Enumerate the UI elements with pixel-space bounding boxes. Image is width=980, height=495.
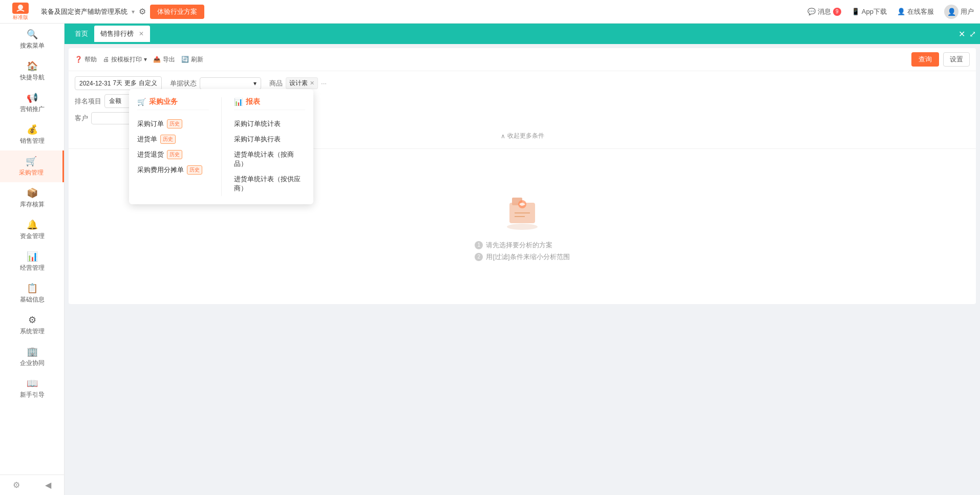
top-bar-right: 💬 消息 9 📱 App下载 👤 在线客服 👤 用户 (807, 5, 974, 19)
sidebar-item-purchase[interactable]: 🛒 采购管理 (0, 150, 64, 182)
sidebar-label-basic-info: 基础信息 (20, 295, 45, 304)
filter-date: 2024-12-31 7天 更多 自定义 (75, 76, 162, 90)
empty-text: 1 请先选择要分析的方案 2 用[过滤]条件来缩小分析范围 (475, 239, 569, 263)
query-button[interactable]: 查询 (911, 52, 939, 67)
user-avatar: 👤 (944, 5, 958, 19)
purchase-business-col: 🛒 采购业务 采购订单 历史 进货单 历史 (137, 97, 209, 196)
app-container: 标准版 装备及固定资产辅助管理系统 ▾ ⚙ 体验行业方案 💬 消息 9 📱 Ap… (0, 0, 980, 495)
service-icon: 👤 (897, 8, 905, 15)
sidebar-label-marketing: 营销推广 (20, 105, 45, 114)
tab-close-all-button[interactable]: ✕ (958, 29, 965, 39)
divider (221, 97, 222, 196)
sidebar-item-guide[interactable]: 📖 新手引导 (0, 373, 64, 404)
enterprise-icon: 🏢 (27, 346, 38, 357)
dropdown-arrow[interactable]: ▾ (132, 8, 135, 15)
goods-more-icon[interactable]: ··· (321, 79, 327, 87)
reports-col-title: 报表 (246, 97, 260, 106)
industry-solution-button[interactable]: 体验行业方案 (150, 5, 204, 19)
sidebar-label-operation: 经营管理 (20, 264, 45, 272)
sidebar-item-operation[interactable]: 📊 经营管理 (0, 246, 64, 277)
date-more[interactable]: 更多 (124, 79, 137, 88)
step1-text: 请先选择要分析的方案 (486, 239, 552, 251)
sidebar-item-marketing[interactable]: 📢 营销推广 (0, 87, 64, 119)
tab-expand-button[interactable]: ⤢ (969, 29, 976, 39)
finance-icon: 🔔 (27, 219, 38, 230)
empty-illustration (497, 190, 548, 231)
dropdown-item-stock-stats-supplier[interactable]: 进货单统计表（按供应商） (234, 171, 306, 196)
main-layout: 🔍 搜索菜单 🏠 快捷导航 📢 营销推广 💰 销售管理 🛒 采购管理 📦 (0, 24, 980, 495)
sidebar-item-basic-info[interactable]: 📋 基础信息 (0, 277, 64, 309)
sidebar-label-guide: 新手引导 (20, 391, 45, 399)
refresh-button[interactable]: 🔄 刷新 (181, 55, 203, 64)
tab-sales-rank-label: 销售排行榜 (100, 29, 134, 38)
basic-info-icon: 📋 (27, 283, 38, 294)
message-icon: 💬 (807, 8, 816, 15)
svg-point-0 (18, 5, 23, 10)
collapse-icon: ∧ (501, 133, 505, 140)
user-item[interactable]: 👤 用户 (944, 5, 974, 19)
dropdown-item-purchase-expense[interactable]: 采购费用分摊单 历史 (137, 162, 209, 178)
export-icon: 📤 (153, 56, 161, 63)
app-download-label: App下载 (862, 7, 887, 16)
voucher-status-select[interactable]: ▾ (200, 77, 261, 90)
sidebar-item-sales[interactable]: 💰 销售管理 (0, 119, 64, 150)
date-custom[interactable]: 自定义 (139, 79, 157, 88)
help-button[interactable]: ❓ 帮助 (75, 55, 97, 64)
sidebar-label-sales: 销售管理 (20, 137, 45, 145)
sidebar-label-enterprise: 企业协同 (20, 359, 45, 368)
dropdown-item-stock-return[interactable]: 进货退货 历史 (137, 147, 209, 162)
sidebar-item-enterprise[interactable]: 🏢 企业协同 (0, 341, 64, 373)
sidebar-item-inventory[interactable]: 📦 库存核算 (0, 182, 64, 214)
export-button[interactable]: 📤 导出 (153, 55, 175, 64)
purchase-expense-label: 采购费用分摊单 (137, 165, 184, 175)
online-service-label: 在线客服 (907, 7, 934, 16)
sidebar-item-finance[interactable]: 🔔 资金管理 (0, 214, 64, 246)
online-service-item[interactable]: 👤 在线客服 (897, 7, 934, 16)
sidebar-item-system[interactable]: ⚙ 系统管理 (0, 309, 64, 341)
date-range-input[interactable]: 2024-12-31 7天 更多 自定义 (75, 76, 162, 90)
notifications-item[interactable]: 💬 消息 9 (807, 7, 841, 16)
sidebar-collapse-button[interactable]: ◀ (45, 480, 51, 490)
dropdown-item-stock-stats-goods[interactable]: 进货单统计表（按商品） (234, 147, 306, 171)
system-title: 装备及固定资产辅助管理系统 (41, 7, 127, 16)
dropdown-item-purchase-order-exec[interactable]: 采购订单执行表 (234, 132, 306, 147)
purchase-order-exec-label: 采购订单执行表 (234, 135, 281, 144)
rank-value: 金额 (109, 97, 121, 105)
purchase-order-stats-label: 采购订单统计表 (234, 119, 281, 128)
tab-close-icon[interactable]: ✕ (139, 30, 144, 37)
svg-point-1 (507, 224, 538, 230)
dropdown-item-purchase-order[interactable]: 采购订单 历史 (137, 116, 209, 132)
search-icon: 🔍 (27, 29, 38, 40)
date-shortcut-7days[interactable]: 7天 (113, 79, 122, 88)
home-icon: 🏠 (27, 60, 38, 72)
goods-tag-close[interactable]: ✕ (310, 80, 314, 87)
stock-in-history-badge: 历史 (160, 135, 176, 144)
tab-home-label: 首页 (75, 29, 88, 38)
sidebar-item-search[interactable]: 🔍 搜索菜单 (0, 24, 64, 55)
dropdown-item-purchase-order-stats[interactable]: 采购订单统计表 (234, 116, 306, 132)
sidebar-bottom: ⚙ ◀ (0, 475, 64, 495)
system-icon: ⚙ (28, 314, 36, 326)
tab-home[interactable]: 首页 (69, 26, 94, 42)
print-button[interactable]: 🖨 按模板打印 ▾ (103, 55, 147, 64)
stock-return-history-badge: 历史 (167, 150, 182, 159)
voucher-status-arrow: ▾ (253, 80, 257, 87)
step1-num: 1 (475, 241, 483, 249)
app-download-item[interactable]: 📱 App下载 (851, 7, 887, 16)
toolbar-right: 查询 设置 (911, 52, 970, 67)
inventory-icon: 📦 (27, 187, 38, 199)
settings-icon-button[interactable]: ⚙ (139, 7, 146, 16)
tab-sales-rank[interactable]: 销售排行榜 ✕ (94, 26, 150, 42)
sidebar-label-finance: 资金管理 (20, 232, 45, 241)
sidebar-label-purchase: 采购管理 (19, 168, 44, 177)
goods-tag[interactable]: 设计素 ✕ (286, 77, 318, 89)
sidebar-item-quick-nav[interactable]: 🏠 快捷导航 (0, 55, 64, 87)
setting-button[interactable]: 设置 (943, 52, 970, 67)
logo-edition: 标准版 (13, 14, 28, 21)
step2-text: 用[过滤]条件来缩小分析范围 (486, 251, 569, 263)
dropdown-item-stock-in[interactable]: 进货单 历史 (137, 132, 209, 147)
purchase-order-history-badge: 历史 (167, 119, 182, 128)
sidebar-settings-button[interactable]: ⚙ (13, 480, 20, 490)
goods-tag-text: 设计素 (289, 79, 308, 88)
phone-icon: 📱 (851, 8, 860, 15)
